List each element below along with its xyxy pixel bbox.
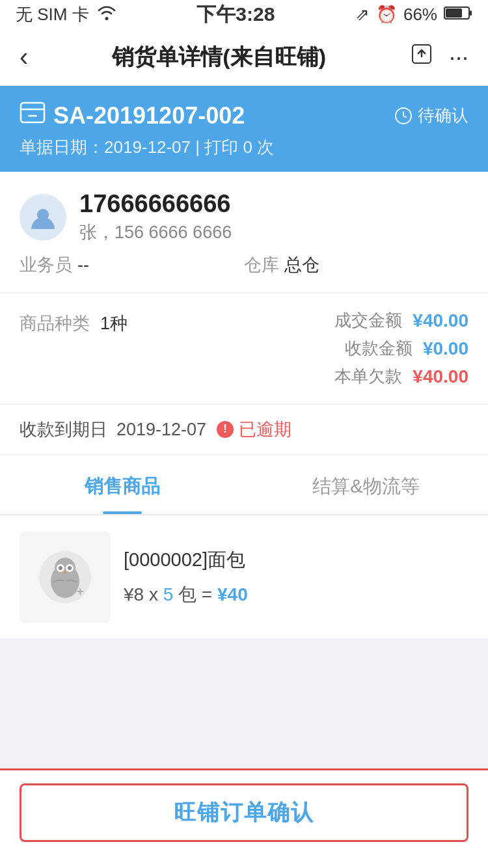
wifi-icon	[97, 5, 116, 25]
summary-card: 商品种类 1种 成交金额 ¥40.00 收款金额 ¥0.00 本单欠款 ¥40.…	[0, 293, 488, 403]
overdue-badge: ! 已逾期	[215, 418, 291, 441]
product-price-row: ¥8 x 5 包 = ¥40	[124, 582, 468, 607]
product-info: [0000002]面包 ¥8 x 5 包 = ¥40	[124, 532, 468, 623]
product-total: ¥40	[217, 584, 248, 604]
sales-label: 业务员	[20, 253, 72, 277]
carrier-label: 无 SIM 卡	[16, 3, 89, 26]
sales-meta: 业务员 --	[20, 253, 244, 277]
owed-value: ¥40.00	[413, 366, 468, 387]
customer-phone: 17666666666	[79, 190, 232, 218]
customer-avatar	[20, 194, 66, 241]
due-date-label: 收款到期日	[20, 418, 107, 441]
warehouse-meta: 仓库 总仓	[244, 253, 468, 277]
warehouse-label: 仓库	[244, 253, 279, 277]
product-quantity: 5	[163, 584, 174, 604]
received-row: 收款金额 ¥0.00	[345, 337, 468, 360]
battery-icon	[444, 5, 472, 25]
multiply-sign: x	[149, 584, 158, 604]
order-header: SA-20191207-002 待确认 单据日期：2019-12-07 | 打印…	[0, 86, 488, 172]
tab-products[interactable]: 销售商品	[0, 455, 244, 514]
due-card: 收款到期日 2019-12-07 ! 已逾期	[0, 405, 488, 454]
customer-card: 17666666666 张，156 6666 6666 业务员 -- 仓库 总仓	[0, 172, 488, 292]
confirm-button[interactable]: 旺铺订单确认	[20, 783, 468, 842]
overdue-text: 已逾期	[239, 418, 291, 441]
status-bar: 无 SIM 卡 下午3:28 ⇗ ⏰ 66%	[0, 0, 488, 29]
product-type-value: 1种	[100, 312, 128, 335]
due-date-value: 2019-12-07	[116, 420, 206, 440]
svg-text:+: +	[77, 585, 84, 598]
order-date: 单据日期：2019-12-07 | 打印 0 次	[20, 136, 468, 159]
inbox-icon	[20, 102, 46, 129]
customer-meta: 业务员 -- 仓库 总仓	[20, 253, 468, 277]
tab-settlement[interactable]: 结算&物流等	[244, 455, 488, 514]
owed-label: 本单欠款	[334, 365, 402, 388]
product-image: +	[20, 532, 111, 623]
received-value: ¥0.00	[423, 338, 468, 359]
received-label: 收款金额	[345, 337, 413, 360]
status-bar-right: ⇗ ⏰ 66%	[355, 5, 472, 25]
status-text: 待确认	[418, 104, 468, 127]
svg-point-16	[59, 566, 62, 570]
alarm-icon: ⏰	[376, 5, 397, 25]
status-time: 下午3:28	[197, 1, 275, 28]
share-icon[interactable]	[410, 42, 433, 72]
back-button[interactable]: ‹	[20, 42, 28, 72]
amounts: 成交金额 ¥40.00 收款金额 ¥0.00 本单欠款 ¥40.00	[334, 309, 468, 388]
nav-actions: ···	[410, 42, 468, 72]
svg-point-17	[68, 566, 72, 570]
product-name: [0000002]面包	[124, 547, 468, 573]
battery-label: 66%	[403, 5, 437, 25]
transaction-value: ¥40.00	[413, 310, 468, 331]
tabs-container: 销售商品 结算&物流等	[0, 455, 488, 515]
more-icon[interactable]: ···	[449, 44, 468, 71]
order-id-row: SA-20191207-002	[20, 102, 245, 129]
svg-text:!: !	[223, 422, 227, 435]
confirm-button-wrap: 旺铺订单确认	[0, 768, 488, 868]
svg-rect-2	[470, 10, 472, 16]
customer-info: 17666666666 张，156 6666 6666	[79, 190, 232, 244]
order-id-text: SA-20191207-002	[53, 102, 245, 129]
warehouse-value: 总仓	[284, 253, 319, 277]
nav-bar: ‹ 销货单详情(来自旺铺) ···	[0, 29, 488, 86]
product-type-label: 商品种类	[20, 312, 90, 335]
sales-value: --	[77, 255, 89, 275]
svg-rect-4	[21, 103, 44, 122]
owed-row: 本单欠款 ¥40.00	[334, 365, 468, 388]
order-status: 待确认	[394, 104, 468, 127]
page-title: 销货单详情(来自旺铺)	[112, 42, 326, 72]
transaction-label: 成交金额	[334, 309, 402, 332]
product-price: ¥8	[124, 584, 144, 604]
transaction-row: 成交金额 ¥40.00	[334, 309, 468, 332]
product-type: 商品种类 1种	[20, 309, 128, 335]
product-card: + [0000002]面包 ¥8 x 5 包 = ¥40	[0, 516, 488, 638]
status-bar-left: 无 SIM 卡	[16, 3, 116, 26]
customer-name: 张，156 6666 6666	[79, 221, 232, 244]
location-icon: ⇗	[355, 5, 370, 25]
svg-rect-1	[446, 8, 462, 18]
